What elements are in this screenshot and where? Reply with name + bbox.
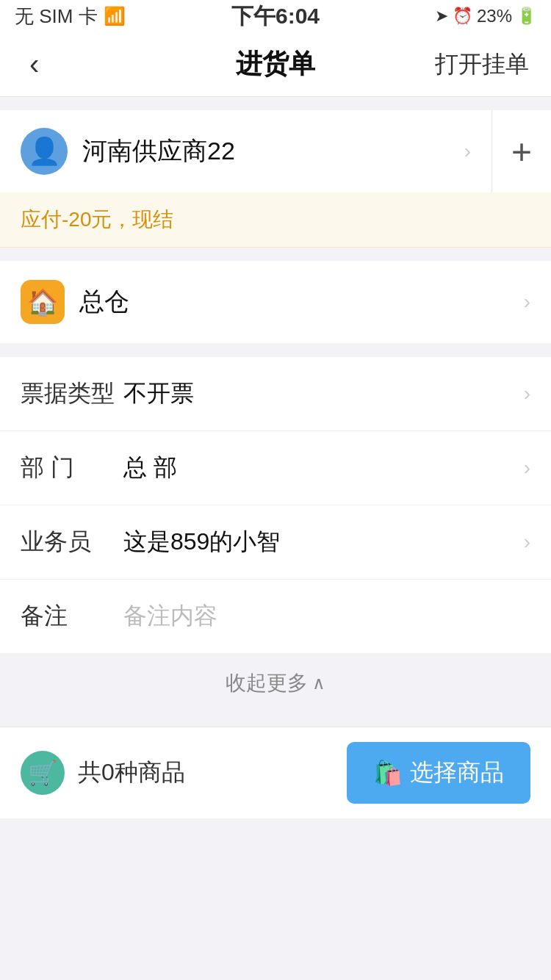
warehouse-icon-bg: 🏠 xyxy=(21,280,65,324)
department-value: 总 部 xyxy=(116,452,524,484)
page-title: 进货单 xyxy=(236,46,315,82)
supplier-main-area[interactable]: 👤 河南供应商22 › xyxy=(0,110,492,192)
plus-icon: + xyxy=(511,131,532,172)
supplier-avatar: 👤 xyxy=(21,128,68,175)
cart-icon: 🛒 xyxy=(28,759,57,787)
select-product-button-label: 选择商品 xyxy=(410,757,504,789)
location-icon: ➤ xyxy=(435,7,448,26)
bottom-action-bar: 🛒 共0种商品 🛍️ 选择商品 xyxy=(0,727,551,818)
department-label: 部 门 xyxy=(21,452,116,484)
department-row[interactable]: 部 门 总 部 › xyxy=(0,431,551,505)
back-button[interactable]: ‹ xyxy=(22,40,46,88)
collapse-arrow-icon: ∧ xyxy=(312,673,325,693)
warehouse-chevron-icon: › xyxy=(524,290,530,314)
remark-label: 备注 xyxy=(21,600,116,633)
alarm-icon: ⏰ xyxy=(453,7,472,26)
status-right: ➤ ⏰ 23% 🔋 xyxy=(435,6,536,26)
remark-placeholder: 备注内容 xyxy=(116,600,530,633)
sim-label: 无 SIM 卡 xyxy=(15,4,98,29)
salesperson-label: 业务员 xyxy=(21,526,116,558)
department-chevron-icon: › xyxy=(524,456,530,480)
remark-row[interactable]: 备注 备注内容 xyxy=(0,580,551,653)
warehouse-row[interactable]: 🏠 总仓 › xyxy=(0,261,551,344)
select-product-cart-icon: 🛍️ xyxy=(373,759,403,787)
supplier-section: 👤 河南供应商22 › + xyxy=(0,110,551,192)
wifi-icon: 📶 xyxy=(104,6,126,26)
collapse-row[interactable]: 收起更多 ∧ xyxy=(0,653,551,713)
content-background xyxy=(0,818,551,980)
invoice-type-label: 票据类型 xyxy=(21,378,116,410)
section-gap-1 xyxy=(0,97,551,110)
salesperson-value: 这是859的小智 xyxy=(116,526,524,558)
status-time: 下午6:04 xyxy=(231,1,320,32)
battery-icon: 🔋 xyxy=(516,7,536,26)
warehouse-emoji-icon: 🏠 xyxy=(27,287,58,317)
invoice-type-row[interactable]: 票据类型 不开票 › xyxy=(0,357,551,431)
select-product-button[interactable]: 🛍️ 选择商品 xyxy=(347,742,530,804)
product-cart-icon-bg: 🛒 xyxy=(21,751,65,795)
nav-bar: ‹ 进货单 打开挂单 xyxy=(0,32,551,97)
product-count-label: 共0种商品 xyxy=(78,757,347,789)
notice-banner: 应付-20元，现结 xyxy=(0,192,551,248)
salesperson-row[interactable]: 业务员 这是859的小智 › xyxy=(0,505,551,580)
collapse-label: 收起更多 xyxy=(226,669,308,697)
salesperson-chevron-icon: › xyxy=(524,530,530,554)
section-gap-3 xyxy=(0,713,551,727)
notice-text: 应付-20元，现结 xyxy=(21,208,173,231)
avatar-icon: 👤 xyxy=(28,136,61,167)
warehouse-label: 总仓 xyxy=(79,285,524,319)
battery-label: 23% xyxy=(477,6,512,26)
warehouse-section: 🏠 总仓 › xyxy=(0,261,551,344)
section-gap-2 xyxy=(0,248,551,261)
invoice-type-chevron-icon: › xyxy=(524,382,530,406)
form-section: 票据类型 不开票 › 部 门 总 部 › 业务员 这是859的小智 › 备注 备… xyxy=(0,357,551,653)
open-pending-button[interactable]: 打开挂单 xyxy=(435,48,529,81)
status-bar: 无 SIM 卡 📶 下午6:04 ➤ ⏰ 23% 🔋 xyxy=(0,0,551,32)
supplier-chevron-icon: › xyxy=(464,140,471,163)
status-left: 无 SIM 卡 📶 xyxy=(15,4,126,29)
supplier-name: 河南供应商22 xyxy=(82,134,464,168)
invoice-type-value: 不开票 xyxy=(116,378,524,410)
add-supplier-button[interactable]: + xyxy=(492,110,551,192)
